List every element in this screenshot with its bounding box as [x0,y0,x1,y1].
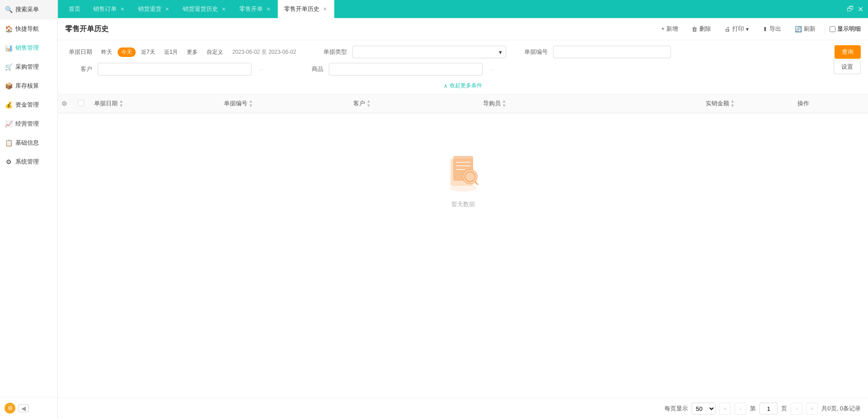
add-button[interactable]: + 新增 [657,23,683,35]
sys-mgmt-icon: ⚙ [5,158,13,165]
prev-page-button[interactable]: ‹ [735,403,746,414]
tab-retail-open-label: 零售开单 [239,5,263,13]
sidebar-item-quick-nav[interactable]: 🏠 快捷导航 [0,19,57,38]
delete-icon: 🗑 [692,26,697,33]
th-date: 单据日期 ▲▼ [90,94,220,113]
tab-sales-order[interactable]: 销售订单 ✕ [87,0,132,18]
sort-icon-no: ▲▼ [249,99,253,108]
collapse-filter-row[interactable]: ∧ 收起更多条件 [65,80,861,91]
goods-input[interactable] [329,63,483,75]
svg-line-8 [475,182,478,184]
date-btn-custom[interactable]: 自定义 [203,47,227,57]
sidebar-collapse-button[interactable]: ◀ [18,404,29,412]
sidebar-item-inventory[interactable]: 📦 库存核算 [0,76,57,95]
print-button[interactable]: 🖨 打印 ▾ [720,23,754,35]
tabs-bar: 首页 销售订单 ✕ 销货退货 ✕ 销货退货历史 ✕ 零售开单 ✕ 零售开单历史 … [58,0,868,18]
tab-sales-return-history-close[interactable]: ✕ [221,6,227,13]
doc-no-filter-label: 单据编号 [521,48,548,56]
delete-button[interactable]: 🗑 删除 [687,23,716,35]
export-button[interactable]: ⬆ 导出 [758,23,786,35]
th-customer-sort[interactable]: 客户 ▲▼ [353,99,476,108]
sidebar-item-sales-mgmt[interactable]: 📊 销售管理 [0,38,57,57]
tab-sales-return[interactable]: 销货退货 ✕ [132,0,176,18]
tab-sales-order-label: 销售订单 [93,5,117,13]
settings-filter-button[interactable]: 设置 [834,60,861,74]
filter-row-customer: 客户 ··· 商品 ··· [65,63,861,75]
th-action: 操作 [739,94,868,113]
date-btn-last7[interactable]: 近7天 [138,47,159,57]
last-page-button[interactable]: » [806,403,818,414]
display-cols-checkbox[interactable] [830,26,835,32]
query-button[interactable]: 查询 [835,45,861,59]
operations-icon: 📈 [5,120,13,127]
table-check-col [74,94,90,113]
sidebar-gear-button[interactable]: ⚙ [5,403,15,414]
toolbar: + 新增 🗑 删除 🖨 打印 ▾ ⬆ 导出 🔄 刷新 [657,23,861,35]
tab-retail-open-close[interactable]: ✕ [266,6,271,13]
sidebar-item-operations[interactable]: 📈 经营管理 [0,114,57,133]
first-page-button[interactable]: « [719,403,731,414]
window-close-icon[interactable]: ✕ [858,5,863,14]
sidebar-item-finance[interactable]: 💰 资金管理 [0,95,57,114]
per-page-select[interactable]: 50 100 200 [692,403,716,414]
window-restore-icon[interactable]: 🗗 [847,5,854,13]
sort-icon-date: ▲▼ [119,99,123,108]
print-icon: 🖨 [725,26,730,33]
finance-icon: 💰 [5,101,13,108]
total-text: 共0页, 0条记录 [821,405,861,413]
next-page-button[interactable]: › [791,403,802,414]
sidebar-item-label: 销售管理 [15,44,39,52]
table-settings-button[interactable]: ⚙ [62,100,67,107]
sort-icon-amount: ▲▼ [730,99,735,108]
tab-retail-open-history-close[interactable]: ✕ [322,6,328,13]
inventory-icon: 📦 [5,82,13,89]
tab-retail-open-history[interactable]: 零售开单历史 ✕ [278,0,334,18]
sort-icon-guide: ▲▼ [502,99,507,108]
doc-no-input[interactable] [553,46,671,58]
sidebar-item-label: 库存核算 [15,82,39,90]
th-no: 单据编号 ▲▼ [220,94,350,113]
date-btn-more[interactable]: 更多 [183,47,201,57]
date-btn-yesterday[interactable]: 昨天 [98,47,116,57]
sales-icon: 📊 [5,44,13,52]
main-area: 首页 销售订单 ✕ 销货退货 ✕ 销货退货历史 ✕ 零售开单 ✕ 零售开单历史 … [58,0,868,419]
empty-state: 暂无数据 [58,113,868,245]
sidebar-search[interactable]: 🔍 搜索采单 [0,0,57,19]
date-btn-today[interactable]: 今天 [118,47,136,57]
purchase-icon: 🛒 [5,63,13,71]
th-guide-sort[interactable]: 导购员 ▲▼ [483,99,606,108]
tab-sales-order-close[interactable]: ✕ [119,6,125,13]
customer-picker-icon[interactable]: ··· [259,66,264,73]
display-cols-label[interactable]: 显示明细 [830,25,861,33]
customer-input[interactable] [98,63,251,75]
doc-type-filter-label: 单据类型 [320,48,347,56]
sidebar-item-label: 采购管理 [15,63,39,71]
tab-sales-return-history[interactable]: 销货退货历史 ✕ [176,0,233,18]
per-page-label: 每页显示 [664,405,688,413]
page-label: 页 [781,405,787,413]
th-date-sort[interactable]: 单据日期 ▲▼ [94,99,217,108]
date-btn-last-month[interactable]: 近1月 [161,47,182,57]
page-title: 零售开单历史 [65,24,109,34]
tab-retail-open-history-label: 零售开单历史 [284,5,319,13]
tab-retail-open[interactable]: 零售开单 ✕ [233,0,278,18]
refresh-icon: 🔄 [795,26,802,33]
select-all-checkbox[interactable] [78,100,84,106]
tab-home[interactable]: 首页 [62,0,87,18]
th-amount-sort[interactable]: 实销金额 ▲▼ [612,99,735,108]
doc-type-select[interactable]: ▾ [352,46,506,58]
data-table: ⚙ 单据日期 ▲▼ 单据编号 [58,94,868,113]
th-no-sort[interactable]: 单据编号 ▲▼ [224,99,346,108]
sidebar-item-basic-info[interactable]: 📋 基础信息 [0,133,57,152]
sort-icon-customer: ▲▼ [366,99,371,108]
goods-picker-icon[interactable]: ··· [490,66,495,73]
tab-sales-return-close[interactable]: ✕ [164,6,170,13]
home-icon: 🏠 [5,25,13,33]
sidebar-item-sys-mgmt[interactable]: ⚙ 系统管理 [0,152,57,171]
sidebar: 🔍 搜索采单 🏠 快捷导航 📊 销售管理 🛒 采购管理 📦 库存核算 💰 资金管… [0,0,58,419]
toolbar-divider [825,24,825,33]
sidebar-item-label: 快捷导航 [15,25,39,33]
current-page-input[interactable] [759,403,778,414]
sidebar-item-purchase-mgmt[interactable]: 🛒 采购管理 [0,57,57,76]
refresh-button[interactable]: 🔄 刷新 [790,23,820,35]
